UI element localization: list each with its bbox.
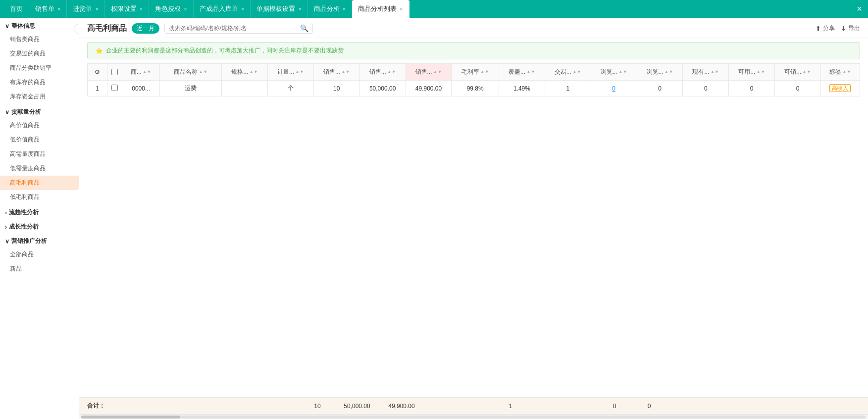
- sidebar-group-overall[interactable]: ∨ 整体信息: [0, 18, 79, 32]
- col-tag-label: 标签: [829, 68, 841, 76]
- sidebar-item-sales-goods[interactable]: 销售类商品: [0, 32, 79, 47]
- nav-tab-analysis-label: 商品分析: [314, 4, 340, 13]
- scrollbar-thumb[interactable]: [81, 416, 180, 419]
- sidebar-group-flow[interactable]: › 流趋性分析: [0, 204, 79, 219]
- col-name: 商品名称 ▲▼: [160, 64, 222, 81]
- row-checkbox-cell[interactable]: [107, 81, 122, 96]
- close-analysis-list-tab[interactable]: ×: [400, 6, 403, 12]
- row-sales-profit: 49,900.00: [406, 81, 452, 96]
- sort-gross-margin-icon[interactable]: ▲▼: [480, 70, 489, 74]
- sort-views1-icon[interactable]: ▲▼: [618, 70, 627, 74]
- close-permissions-tab[interactable]: ×: [140, 6, 143, 12]
- sidebar-group-marketing[interactable]: ∨ 营销推广分析: [0, 233, 79, 247]
- scrollbar-track[interactable]: [81, 416, 866, 419]
- col-unit: 计量... ▲▼: [268, 64, 314, 81]
- sidebar-item-stock-capital-label: 库存资金占用: [10, 93, 46, 100]
- nav-tab-home[interactable]: 首页: [2, 0, 29, 18]
- sidebar-item-traded-goods[interactable]: 交易过的商品: [0, 47, 79, 61]
- sort-sales-profit-icon[interactable]: ▲▼: [433, 70, 442, 74]
- sort-transactions-icon[interactable]: ▲▼: [572, 70, 581, 74]
- close-products-in-tab[interactable]: ×: [241, 6, 244, 12]
- close-all-tabs-btn[interactable]: ×: [853, 4, 866, 14]
- search-input[interactable]: [169, 25, 298, 32]
- col-name-label: 商品名称: [174, 68, 198, 76]
- chevron-down-icon: ∨: [5, 23, 9, 30]
- collapse-icon: 《: [76, 25, 79, 32]
- nav-tab-home-label: 首页: [10, 4, 23, 13]
- sort-sales-amount-icon[interactable]: ▲▼: [387, 70, 396, 74]
- nav-tab-products-in[interactable]: 产成品入库单 ×: [194, 0, 251, 18]
- col-sales-count-label: 销售...: [323, 68, 340, 76]
- footer-transactions: 1: [493, 403, 528, 410]
- nav-tab-template[interactable]: 单据模板设置 ×: [251, 0, 307, 18]
- sidebar-item-in-stock[interactable]: 有库存的商品: [0, 75, 79, 90]
- sort-coverage-icon[interactable]: ▲▼: [526, 70, 535, 74]
- close-template-tab[interactable]: ×: [298, 6, 301, 12]
- share-icon: ⬆: [816, 25, 821, 32]
- sidebar-item-low-value-label: 低价值商品: [10, 136, 40, 143]
- sidebar-group-contribution[interactable]: ∨ 贡献量分析: [0, 104, 79, 118]
- search-box: 🔍: [164, 23, 313, 34]
- sort-spec-icon[interactable]: ▲▼: [249, 70, 258, 74]
- content-area: 高毛利商品 近一月 🔍 ⬆ 分享 ⬇ 导出 ⭐ 企业的主要的利润都是这部分商品创…: [79, 18, 868, 419]
- row-gross-margin: 99.8%: [452, 81, 499, 96]
- sidebar-item-high-demand[interactable]: 高需量度商品: [0, 147, 79, 161]
- sort-current-stock-icon[interactable]: ▲▼: [710, 70, 719, 74]
- select-all-checkbox[interactable]: [111, 69, 118, 75]
- nav-tab-roles[interactable]: 角色授权 ×: [149, 0, 193, 18]
- sort-name-icon[interactable]: ▲▼: [199, 70, 207, 74]
- sidebar-item-low-value[interactable]: 低价值商品: [0, 133, 79, 147]
- sort-unit-icon[interactable]: ▲▼: [295, 70, 304, 74]
- nav-tab-analysis[interactable]: 商品分析 ×: [308, 0, 352, 18]
- filter-month-btn[interactable]: 近一月: [132, 23, 159, 34]
- sidebar-item-high-margin[interactable]: 高毛利商品: [0, 176, 79, 190]
- nav-tab-purchase[interactable]: 进货单 ×: [67, 0, 104, 18]
- nav-tab-analysis-list[interactable]: 商品分析列表 ×: [352, 0, 409, 18]
- sort-sellable-icon[interactable]: ▲▼: [802, 70, 811, 74]
- data-table: ⚙ 商... ▲▼ 商品名称: [87, 63, 860, 96]
- sidebar-item-stock-capital[interactable]: 库存资金占用: [0, 90, 79, 104]
- col-settings[interactable]: ⚙: [88, 64, 107, 81]
- row-current-stock: 0: [683, 81, 729, 96]
- row-checkbox[interactable]: [111, 85, 118, 91]
- sidebar-item-all-goods[interactable]: 全部商品: [0, 247, 79, 262]
- col-spec: 规格... ▲▼: [222, 64, 268, 81]
- sort-available-stock-icon[interactable]: ▲▼: [756, 70, 765, 74]
- close-sales-tab[interactable]: ×: [57, 6, 60, 12]
- nav-tab-roles-label: 角色授权: [155, 4, 181, 13]
- sidebar-item-high-value[interactable]: 高价值商品: [0, 118, 79, 133]
- search-icon[interactable]: 🔍: [300, 24, 308, 32]
- nav-tab-permissions[interactable]: 权限设置 ×: [105, 0, 149, 18]
- nav-tab-permissions-label: 权限设置: [111, 4, 137, 13]
- sidebar-item-new-goods[interactable]: 新品: [0, 262, 79, 276]
- sidebar-group-growth[interactable]: › 成长性分析: [0, 219, 79, 233]
- row-sellable: 0: [775, 81, 821, 96]
- sort-code-icon[interactable]: ▲▼: [143, 70, 152, 74]
- col-sellable-label: 可销...: [784, 68, 801, 76]
- close-purchase-tab[interactable]: ×: [95, 6, 98, 12]
- sidebar-item-low-demand[interactable]: 低需量度商品: [0, 161, 79, 176]
- col-current-stock: 现有... ▲▼: [683, 64, 729, 81]
- share-btn-label: 分享: [823, 24, 835, 33]
- sidebar-group-contribution-label: 贡献量分析: [11, 108, 41, 116]
- nav-tab-sales[interactable]: 销售单 ×: [29, 0, 67, 18]
- export-btn[interactable]: ⬇ 导出: [841, 24, 860, 33]
- sidebar-item-category-rate[interactable]: 商品分类助销率: [0, 61, 79, 75]
- close-roles-tab[interactable]: ×: [184, 6, 187, 12]
- col-checkbox[interactable]: [107, 64, 122, 81]
- row-sales-count: 10: [313, 81, 359, 96]
- sidebar-item-high-demand-label: 高需量度商品: [10, 150, 46, 157]
- sidebar-item-low-margin[interactable]: 低毛利商品: [0, 190, 79, 204]
- row-views1[interactable]: 0: [591, 81, 637, 96]
- nav-tab-products-in-label: 产成品入库单: [200, 4, 238, 13]
- sort-sales-count-icon[interactable]: ▲▼: [341, 70, 350, 74]
- sort-views2-icon[interactable]: ▲▼: [664, 70, 673, 74]
- share-btn[interactable]: ⬆ 分享: [816, 24, 835, 33]
- table-container[interactable]: ⚙ 商... ▲▼ 商品名称: [79, 63, 868, 397]
- chevron-down-icon-3: ∨: [5, 238, 9, 245]
- info-icon: ⭐: [96, 47, 103, 54]
- table-header-row: ⚙ 商... ▲▼ 商品名称: [88, 64, 860, 81]
- close-analysis-tab[interactable]: ×: [343, 6, 346, 12]
- sort-tag-icon[interactable]: ▲▼: [842, 70, 851, 74]
- scrollbar-area[interactable]: [79, 414, 868, 419]
